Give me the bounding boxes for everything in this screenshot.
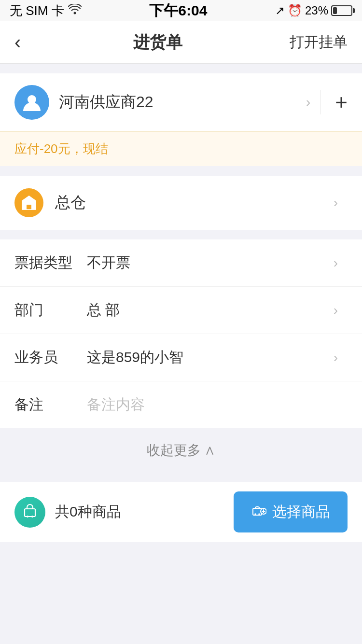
salesman-label: 业务员 bbox=[14, 348, 72, 367]
warehouse-chevron-icon: › bbox=[334, 195, 338, 210]
department-label: 部门 bbox=[14, 300, 72, 320]
add-supplier-button[interactable]: + bbox=[335, 92, 348, 113]
remark-input[interactable]: 备注内容 bbox=[87, 395, 348, 415]
location-icon: ↗ bbox=[275, 4, 285, 17]
remark-label: 备注 bbox=[14, 395, 72, 415]
svg-point-4 bbox=[31, 516, 33, 518]
status-bar: 无 SIM 卡 下午6:04 ↗ ⏰ 23% bbox=[0, 0, 362, 21]
notice-bar: 应付-20元，现结 bbox=[0, 131, 362, 166]
invoice-chevron-icon: › bbox=[334, 255, 338, 271]
supplier-avatar bbox=[14, 85, 49, 120]
page-title: 进货单 bbox=[133, 31, 182, 54]
salesman-row[interactable]: 业务员 这是859的小智 › bbox=[0, 334, 362, 381]
salesman-value: 这是859的小智 bbox=[87, 348, 334, 367]
bottom-bar: 共0种商品 选择商品 bbox=[0, 482, 362, 542]
invoice-type-row[interactable]: 票据类型 不开票 › bbox=[0, 239, 362, 287]
status-right: ↗ ⏰ 23% bbox=[275, 4, 352, 17]
collapse-row[interactable]: 收起更多 ∧ bbox=[0, 429, 362, 472]
open-pending-button[interactable]: 打开挂单 bbox=[290, 32, 348, 52]
form-section: 票据类型 不开票 › 部门 总 部 › 业务员 这是859的小智 › 备注 备注… bbox=[0, 239, 362, 428]
svg-point-6 bbox=[254, 513, 256, 515]
supplier-chevron-icon: › bbox=[306, 95, 310, 110]
department-row[interactable]: 部门 总 部 › bbox=[0, 287, 362, 334]
svg-point-3 bbox=[27, 516, 28, 518]
select-product-button[interactable]: 选择商品 bbox=[234, 491, 348, 532]
department-chevron-icon: › bbox=[334, 303, 338, 318]
battery-icon bbox=[331, 5, 352, 16]
salesman-chevron-icon: › bbox=[334, 350, 338, 365]
svg-rect-2 bbox=[25, 509, 35, 517]
department-value: 总 部 bbox=[87, 300, 334, 320]
gray-area bbox=[0, 542, 362, 644]
notice-text: 应付-20元，现结 bbox=[14, 141, 108, 156]
signal-text: 无 SIM 卡 bbox=[10, 2, 64, 19]
select-product-label: 选择商品 bbox=[272, 502, 330, 522]
remark-row[interactable]: 备注 备注内容 bbox=[0, 381, 362, 428]
collapse-label: 收起更多 ∧ bbox=[147, 441, 216, 460]
invoice-type-label: 票据类型 bbox=[14, 253, 72, 273]
status-time: 下午6:04 bbox=[149, 1, 207, 21]
product-count: 共0种商品 bbox=[55, 502, 234, 522]
alarm-icon: ⏰ bbox=[288, 4, 302, 17]
battery-percent: 23% bbox=[305, 4, 328, 17]
svg-point-7 bbox=[258, 513, 260, 515]
content-area: 河南供应商22 › + 应付-20元，现结 总仓 › 票据类型 bbox=[0, 73, 362, 644]
warehouse-icon bbox=[14, 188, 43, 217]
divider bbox=[320, 90, 320, 114]
invoice-type-value: 不开票 bbox=[87, 253, 334, 273]
supplier-section: 河南供应商22 › + 应付-20元，现结 bbox=[0, 73, 362, 166]
svg-rect-1 bbox=[27, 205, 31, 210]
status-left: 无 SIM 卡 bbox=[10, 2, 82, 19]
supplier-name: 河南供应商22 bbox=[59, 92, 306, 113]
warehouse-label: 总仓 bbox=[55, 192, 334, 213]
select-cart-icon bbox=[251, 504, 266, 520]
wifi-icon bbox=[68, 4, 82, 17]
warehouse-row[interactable]: 总仓 › bbox=[0, 176, 362, 230]
nav-bar: ‹ 进货单 打开挂单 bbox=[0, 21, 362, 64]
cart-icon bbox=[14, 497, 45, 528]
warehouse-section[interactable]: 总仓 › bbox=[0, 176, 362, 230]
supplier-row[interactable]: 河南供应商22 › + bbox=[0, 73, 362, 131]
back-button[interactable]: ‹ bbox=[14, 27, 26, 58]
